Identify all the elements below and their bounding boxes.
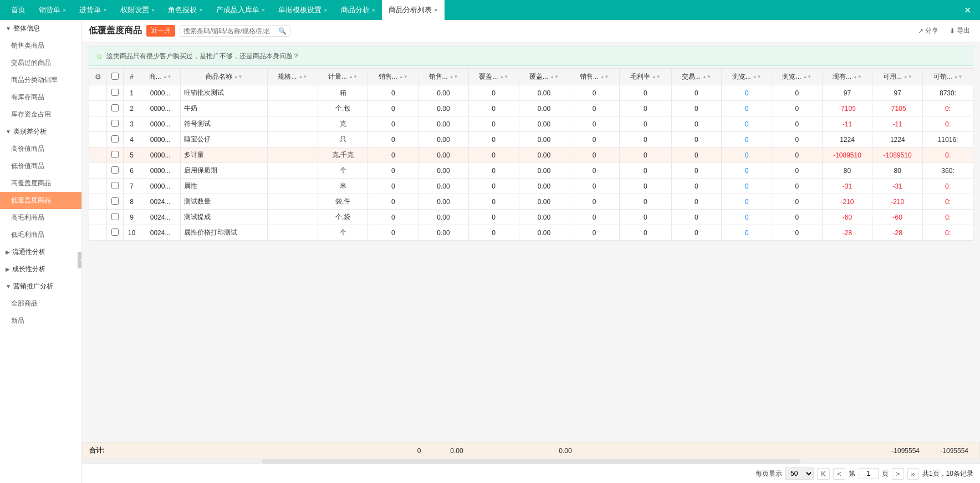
row-checkbox[interactable] — [107, 116, 124, 132]
share-button[interactable]: ↗ 分享 — [915, 24, 942, 37]
row-browse1[interactable]: 0 — [722, 225, 772, 241]
row-browse1[interactable]: 0 — [722, 148, 772, 163]
nav-item-analysis-list[interactable]: 商品分析列表 × — [382, 0, 444, 20]
settings-icon[interactable]: ⚙ — [95, 73, 101, 81]
nav-close-icon[interactable]: × — [434, 7, 437, 13]
col-sales-qty[interactable]: 销售...▲▼ — [368, 69, 418, 85]
sidebar-item-high-value[interactable]: 高价值商品 — [0, 140, 81, 157]
col-available[interactable]: 可用...▲▼ — [872, 69, 923, 85]
sidebar-item-low-margin[interactable]: 低毛利商品 — [0, 226, 81, 243]
sidebar-item-low-value[interactable]: 低价值商品 — [0, 157, 81, 175]
row-browse1[interactable]: 0 — [722, 132, 772, 148]
row-name: 属性价格打印测试 — [181, 225, 268, 241]
row-checkbox[interactable] — [107, 148, 124, 163]
col-sales-amount[interactable]: 销售...▲▼ — [418, 69, 469, 85]
nav-item-role[interactable]: 角色授权 × — [161, 0, 209, 20]
col-checkbox[interactable] — [107, 69, 124, 85]
row-checkbox[interactable] — [107, 210, 124, 225]
next-page-button[interactable]: > — [892, 468, 904, 480]
sidebar-item-high-margin[interactable]: 高毛利商品 — [0, 209, 81, 226]
current-page-input[interactable] — [859, 468, 879, 479]
nav-close-icon[interactable]: × — [199, 7, 202, 13]
row-browse1[interactable]: 0 — [722, 163, 772, 179]
table-container[interactable]: ⚙ # 商...▲▼ 商品名称▲▼ 规格...▲▼ — [89, 68, 973, 442]
sidebar-item-new-goods[interactable]: 新品 — [0, 312, 81, 329]
col-sellable[interactable]: 可销...▲▼ — [923, 69, 973, 85]
sidebar-item-sales-goods[interactable]: 销售类商品 — [0, 37, 81, 54]
first-page-button[interactable]: K — [817, 468, 830, 480]
table-row: 4 0000... 睡宝公仔 只 0 0.00 0 0.00 0 0 0 0 0… — [89, 132, 973, 148]
row-cover1: 0 — [468, 148, 519, 163]
nav-item-product[interactable]: 产成品入库单 × — [210, 0, 272, 20]
row-checkbox[interactable] — [107, 225, 124, 241]
col-cover1[interactable]: 覆盖...▲▼ — [468, 69, 519, 85]
select-all-checkbox[interactable] — [111, 73, 119, 80]
row-settings — [89, 179, 107, 194]
nav-close-icon[interactable]: × — [262, 7, 265, 13]
row-cover2: 0.00 — [519, 132, 569, 148]
row-current: -1089510 — [822, 148, 872, 163]
row-available: -7105 — [872, 101, 923, 116]
last-page-button[interactable]: » — [907, 468, 919, 480]
col-code[interactable]: 商...▲▼ — [140, 69, 181, 85]
col-unit[interactable]: 计量...▲▼ — [318, 69, 368, 85]
time-filter-button[interactable]: 近一月 — [146, 25, 175, 37]
export-button[interactable]: ⬇ 导出 — [946, 24, 973, 37]
row-cover1: 0 — [468, 194, 519, 210]
col-gross-rate[interactable]: 毛利率▲▼ — [619, 69, 671, 85]
row-browse1[interactable]: 0 — [722, 101, 772, 116]
sidebar-item-stock-goods[interactable]: 有库存商品 — [0, 89, 81, 106]
sidebar-item-low-coverage[interactable]: 低覆盖度商品 — [0, 192, 81, 209]
nav-item-template[interactable]: 单据模板设置 × — [272, 0, 334, 20]
col-browse2[interactable]: 浏览...▲▼ — [772, 69, 822, 85]
nav-close-icon[interactable]: × — [372, 7, 375, 13]
sidebar-item-stock-fund[interactable]: 库存资金占用 — [0, 106, 81, 123]
row-checkbox[interactable] — [107, 194, 124, 210]
row-cover2: 0.00 — [519, 225, 569, 241]
col-current[interactable]: 现有...▲▼ — [822, 69, 872, 85]
nav-close-icon[interactable]: × — [324, 7, 327, 13]
scrollbar[interactable] — [82, 459, 980, 464]
nav-item-purchase[interactable]: 进货单 × — [73, 0, 113, 20]
window-close-button[interactable]: ✕ — [959, 5, 976, 16]
col-settings[interactable]: ⚙ — [89, 69, 107, 85]
row-checkbox[interactable] — [107, 101, 124, 116]
col-cover2[interactable]: 覆盖...▲▼ — [519, 69, 569, 85]
prev-page-button[interactable]: < — [833, 468, 845, 480]
sidebar-item-traded-goods[interactable]: 交易过的商品 — [0, 54, 81, 72]
row-checkbox[interactable] — [107, 163, 124, 179]
sidebar-item-category-rate[interactable]: 商品分类动销率 — [0, 72, 81, 89]
nav-item-analysis[interactable]: 商品分析 × — [334, 0, 382, 20]
search-input[interactable] — [183, 27, 278, 35]
row-checkbox[interactable] — [107, 179, 124, 194]
row-browse1[interactable]: 0 — [722, 116, 772, 132]
row-browse1[interactable]: 0 — [722, 194, 772, 210]
row-browse1[interactable]: 0 — [722, 179, 772, 194]
col-sales-x[interactable]: 销售...▲▼ — [569, 69, 620, 85]
sidebar-section-marketing[interactable]: ▼ 营销推广分析 — [0, 278, 81, 295]
sidebar-item-high-coverage[interactable]: 高覆盖度商品 — [0, 175, 81, 192]
row-browse1[interactable]: 0 — [722, 85, 772, 101]
sidebar-section-growth[interactable]: ▶ 成长性分析 — [0, 261, 81, 278]
row-browse1[interactable]: 0 — [722, 210, 772, 225]
row-checkbox[interactable] — [107, 132, 124, 148]
row-settings — [89, 210, 107, 225]
sidebar-section-overall[interactable]: ▼ 整体信息 — [0, 20, 81, 37]
nav-close-icon[interactable]: × — [103, 7, 106, 13]
nav-item-permission[interactable]: 权限设置 × — [114, 0, 161, 20]
sidebar-section-liquidity[interactable]: ▶ 流通性分析 — [0, 243, 81, 261]
col-trade[interactable]: 交易...▲▼ — [671, 69, 722, 85]
col-spec[interactable]: 规格...▲▼ — [268, 69, 318, 85]
nav-item-home[interactable]: 首页 — [4, 0, 32, 20]
col-name[interactable]: 商品名称▲▼ — [181, 69, 268, 85]
sidebar-section-category[interactable]: ▼ 类别差分析 — [0, 123, 81, 140]
sidebar-item-all-goods[interactable]: 全部商品 — [0, 295, 81, 312]
col-browse1[interactable]: 浏览...▲▼ — [722, 69, 772, 85]
nav-item-sales[interactable]: 销货单 × — [32, 0, 73, 20]
top-nav: 首页 销货单 × 进货单 × 权限设置 × 角色授权 × 产成品入库单 × 单据… — [0, 0, 980, 20]
sidebar-collapse-button[interactable]: « — [78, 252, 82, 268]
nav-close-icon[interactable]: × — [151, 7, 155, 13]
nav-close-icon[interactable]: × — [63, 7, 66, 13]
per-page-select[interactable]: 50 10 20 100 — [785, 467, 814, 480]
row-checkbox[interactable] — [107, 85, 124, 101]
